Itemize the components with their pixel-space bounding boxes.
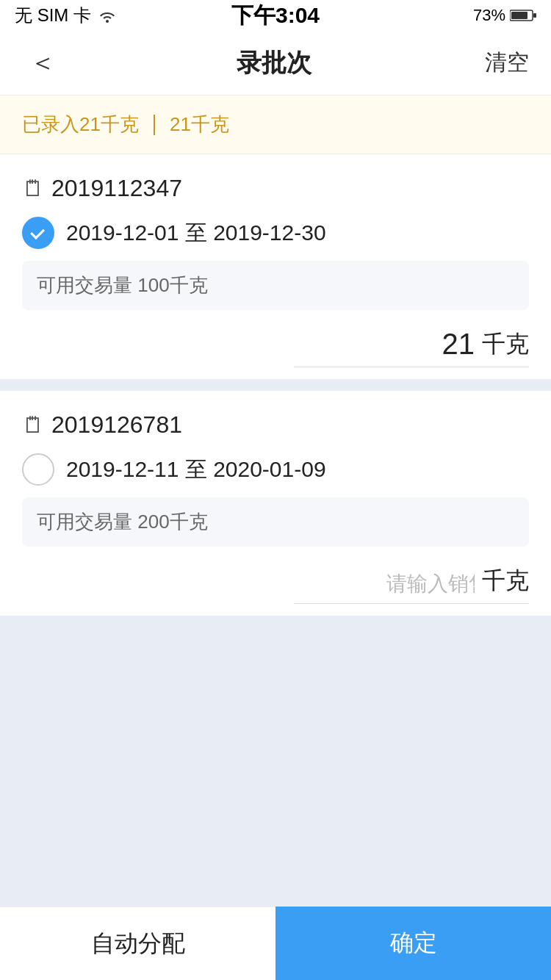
amount-unit-1: 千克: [482, 328, 529, 361]
status-right: 73%: [473, 6, 536, 25]
summary-divider: [154, 115, 155, 135]
batch-icon-2: 🗒: [22, 413, 44, 438]
batch-header-2: 🗒 2019126781: [0, 391, 551, 446]
clear-button[interactable]: 清空: [485, 48, 529, 78]
back-button[interactable]: ＜: [22, 37, 63, 88]
batch-date-1: 2019-12-01 至 2019-12-30: [66, 218, 326, 248]
status-time: 下午3:04: [231, 1, 320, 31]
status-bar: 无 SIM 卡 下午3:04 73%: [0, 0, 551, 31]
batch-card-2: 🗒 2019126781 2019-12-11 至 2020-01-09 可用交…: [0, 391, 551, 616]
batch-header-1: 🗒 2019112347: [0, 154, 551, 209]
amount-inner-1: 千克: [294, 328, 529, 367]
confirm-button[interactable]: 确定: [276, 907, 551, 980]
battery-icon: [510, 9, 536, 22]
summary-value: 21千克: [170, 112, 229, 137]
batch-avail-text-2: 可用交易量 200千克: [37, 511, 208, 533]
summary-bar: 已录入21千克 21千克: [0, 96, 551, 154]
batch-date-2: 2019-12-11 至 2020-01-09: [66, 455, 326, 485]
battery-label: 73%: [473, 6, 505, 25]
batch-date-row-1: 2019-12-01 至 2019-12-30: [0, 209, 551, 261]
empty-area: [0, 616, 551, 954]
amount-input-1[interactable]: [386, 328, 475, 361]
radio-btn-2[interactable]: [22, 453, 54, 486]
amount-unit-2: 千克: [482, 565, 529, 597]
wifi-icon: [97, 8, 118, 23]
carrier-label: 无 SIM 卡: [15, 4, 91, 27]
batch-id-1: 2019112347: [51, 175, 182, 202]
batch-icon-1: 🗒: [22, 176, 44, 201]
svg-rect-2: [533, 13, 536, 18]
bottom-bar: 自动分配 确定: [0, 907, 551, 980]
amount-input-2[interactable]: [386, 564, 475, 597]
radio-btn-1[interactable]: [22, 217, 54, 249]
summary-label: 已录入21千克: [22, 112, 139, 137]
batch-avail-row-2: 可用交易量 200千克: [22, 497, 529, 547]
section-divider-1: [0, 379, 551, 391]
nav-bar: ＜ 录批次 清空: [0, 31, 551, 96]
batch-card-1: 🗒 2019112347 2019-12-01 至 2019-12-30 可用交…: [0, 154, 551, 379]
auto-assign-button[interactable]: 自动分配: [0, 907, 276, 980]
status-left: 无 SIM 卡: [15, 4, 118, 27]
amount-field-1: 千克: [0, 322, 551, 379]
batch-avail-row-1: 可用交易量 100千克: [22, 261, 529, 310]
batch-date-row-2: 2019-12-11 至 2020-01-09: [0, 446, 551, 497]
batch-avail-text-1: 可用交易量 100千克: [37, 274, 208, 296]
page-title: 录批次: [237, 46, 311, 80]
batch-id-2: 2019126781: [51, 411, 182, 439]
svg-rect-1: [511, 12, 527, 19]
amount-field-2: 千克: [0, 558, 551, 616]
amount-inner-2: 千克: [294, 564, 529, 604]
